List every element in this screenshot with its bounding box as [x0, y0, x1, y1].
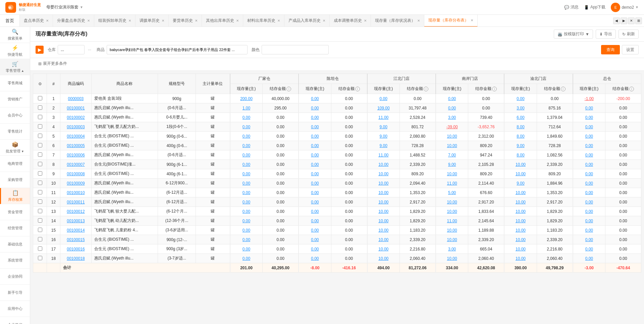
col-total-stock[interactable]: 0.00 — [573, 103, 605, 113]
col-nanan-stock[interactable]: 10.00 — [436, 132, 468, 141]
col-chentan-stock[interactable]: 0.00 — [299, 254, 331, 263]
col-checkbox[interactable] — [33, 254, 47, 263]
message-btn[interactable]: 💬 消息 — [564, 4, 579, 10]
col-nanan-stock[interactable]: 10.00 — [436, 169, 468, 179]
col-jiangbei-stock[interactable]: 10.00 — [367, 169, 400, 179]
col-factory-stock[interactable]: 0.00 — [230, 169, 263, 179]
col-chentan-stock[interactable]: 0.00 — [299, 150, 331, 160]
col-total-stock[interactable]: 0.00 — [573, 160, 605, 169]
col-nanan-stock[interactable]: 0.00 — [436, 94, 468, 103]
export-btn[interactable]: ⬇ 导出 — [596, 30, 616, 39]
col-total-stock[interactable]: 0.00 — [573, 197, 605, 207]
tab-next-btn[interactable]: ▶ — [621, 17, 627, 24]
col-factory-stock[interactable]: 200.00 — [230, 94, 263, 103]
col-jiangbei-stock[interactable]: 10.00 — [367, 226, 400, 235]
col-yubeimen-stock[interactable]: 10.00 — [504, 216, 537, 226]
user-menu[interactable]: E demo2 ▼ — [611, 3, 639, 12]
col-factory-stock[interactable]: 0.00 — [230, 113, 263, 122]
col-code[interactable]: 00100007 — [60, 160, 92, 169]
color-input[interactable] — [262, 45, 329, 54]
tab-zuzhuang[interactable]: 组装拆卸单历史✕ — [94, 15, 136, 27]
tab-prev-btn[interactable]: ◀ — [613, 17, 620, 24]
tab-close-all-btn[interactable]: ✕ — [628, 17, 635, 24]
tab-qitachuku[interactable]: 其他出库单历史✕ — [202, 15, 243, 27]
col-total-stock[interactable]: 0.00 — [573, 141, 605, 150]
col-checkbox[interactable] — [33, 235, 47, 244]
col-total-stock[interactable]: 0.00 — [573, 244, 605, 254]
col-checkbox[interactable] — [33, 141, 47, 150]
col-factory-stock[interactable]: 0.00 — [230, 179, 263, 188]
col-checkbox[interactable] — [33, 207, 47, 216]
col-jiangbei-stock[interactable]: 109.00 — [367, 103, 400, 113]
warehouse-input[interactable] — [58, 45, 85, 54]
col-jiangbei-stock[interactable]: 10.00 — [367, 160, 400, 169]
col-yubeimen-stock[interactable]: 10.00 — [504, 197, 537, 207]
tab-home[interactable]: 首页 — [0, 15, 20, 27]
col-jiangbei-stock[interactable]: 10.00 — [367, 179, 400, 188]
col-jiangbei-stock[interactable]: 10.00 — [367, 197, 400, 207]
col-total-stock[interactable]: 0.00 — [573, 216, 605, 226]
sidebar-item-retail-stats[interactable]: 零售统计 — [0, 124, 30, 140]
col-yubeimen-stock[interactable]: 10.00 — [504, 160, 537, 169]
col-chentan-stock[interactable]: 0.00 — [299, 188, 331, 197]
tab-yaohuo[interactable]: 要货单历史✕ — [169, 15, 202, 27]
col-checkbox[interactable] — [33, 113, 47, 122]
col-factory-stock[interactable]: 0.00 — [230, 141, 263, 150]
col-nanan-stock[interactable]: 9.00 — [436, 160, 468, 169]
col-code[interactable]: 00100004 — [60, 132, 92, 141]
search-button[interactable]: 查询 — [601, 45, 620, 54]
close-icon[interactable]: ✕ — [46, 19, 49, 22]
info-icon[interactable]: i — [629, 87, 634, 91]
col-yubeimen-stock[interactable]: 10.00 — [504, 226, 537, 235]
col-code[interactable]: 00100005 — [60, 141, 92, 150]
col-jiangbei-stock[interactable]: 10.00 — [367, 244, 400, 254]
col-nanan-stock[interactable]: 5.00 — [436, 188, 468, 197]
col-nanan-stock[interactable]: 11.00 — [436, 216, 468, 226]
tab-chanchenpin[interactable]: 产成品入库单历史✕ — [284, 15, 330, 27]
col-nanan-stock[interactable]: 10.00 — [436, 141, 468, 150]
col-yubeimen-stock[interactable]: 3.00 — [504, 103, 537, 113]
col-yubeimen-stock[interactable]: 10.00 — [504, 235, 537, 244]
sidebar-item-basic[interactable]: 基础信息 — [0, 236, 30, 252]
sidebar-item-management[interactable]: 经营管理 — [0, 220, 30, 236]
col-nanan-stock[interactable]: 0.00 — [436, 103, 468, 113]
col-total-stock[interactable]: 0.00 — [573, 150, 605, 160]
col-checkbox[interactable] — [33, 160, 47, 169]
col-code[interactable]: 00100016 — [60, 244, 92, 254]
col-jiangbei-stock[interactable]: 11.00 — [367, 113, 400, 122]
col-jiangbei-stock[interactable]: 9.00 — [367, 122, 400, 132]
col-yubeimen-stock[interactable]: 10.00 — [504, 254, 537, 263]
col-factory-stock[interactable]: 0.00 — [230, 254, 263, 263]
col-checkbox[interactable] — [33, 169, 47, 179]
sidebar-item-search[interactable]: 🔍 搜索英单 — [0, 27, 30, 43]
col-code[interactable]: 00100001 — [60, 103, 92, 113]
sidebar-item-appcenter[interactable]: 应用中心 — [0, 301, 30, 317]
col-code[interactable]: 00100013 — [60, 216, 92, 226]
sidebar-item-quicknav[interactable]: ⚡ 快捷导航 — [0, 43, 30, 59]
col-total-stock[interactable]: 0.00 — [573, 132, 605, 141]
tab-diaobo[interactable]: 调拨单历史✕ — [136, 15, 169, 27]
col-yubeimen-stock[interactable]: 10.00 — [504, 207, 537, 216]
col-code[interactable]: 00100011 — [60, 197, 92, 207]
col-nanan-stock[interactable]: 10.00 — [436, 235, 468, 244]
close-icon[interactable]: ✕ — [417, 19, 420, 22]
sidebar-item-marketing[interactable]: 营销推广 — [0, 91, 30, 107]
app-download-btn[interactable]: 📱 App下载 — [584, 4, 605, 10]
col-code[interactable]: 00100012 — [60, 207, 92, 216]
col-chentan-stock[interactable]: 0.00 — [299, 141, 331, 150]
col-checkbox[interactable] — [33, 216, 47, 226]
print-btn[interactable]: 🖨️ 按模版打印 ▼ — [554, 30, 593, 39]
col-code[interactable]: 00100003 — [60, 122, 92, 132]
col-chentan-stock[interactable]: 0.00 — [299, 179, 331, 188]
col-jiangbei-stock[interactable]: 10.00 — [367, 235, 400, 244]
sidebar-item-inventory[interactable]: 📋 库存核算 — [0, 188, 30, 204]
col-checkbox[interactable] — [33, 226, 47, 235]
sidebar-item-purchase[interactable]: 采购管理 — [0, 172, 30, 188]
col-yubeimen-stock[interactable]: 6.00 — [504, 113, 537, 122]
col-code[interactable]: 00100006 — [60, 150, 92, 160]
col-chentan-stock[interactable]: 0.00 — [299, 226, 331, 235]
sidebar-item-wholesale[interactable]: 📦 批发管理 ▼ — [0, 140, 30, 156]
settings-button[interactable]: 设置 — [622, 45, 639, 54]
sidebar-item-system[interactable]: 系统管理 — [0, 252, 30, 269]
info-icon[interactable]: i — [355, 87, 360, 91]
